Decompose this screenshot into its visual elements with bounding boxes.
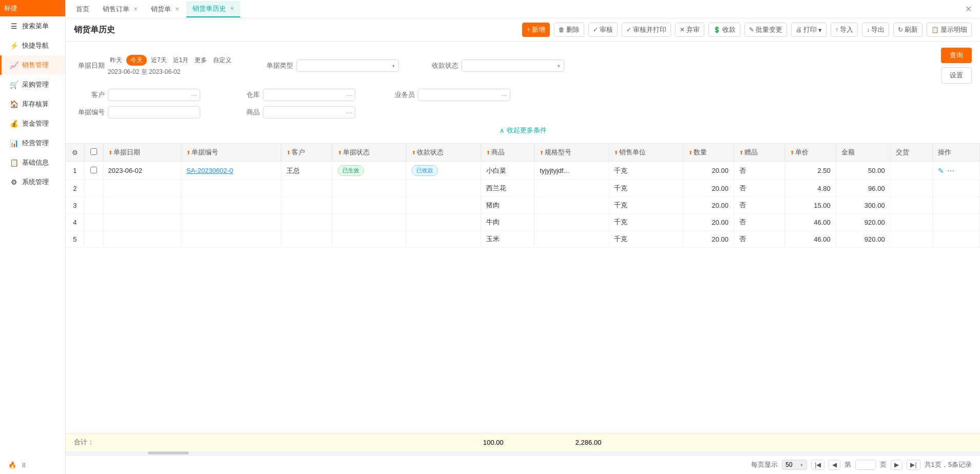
setting-button[interactable]: 设置 — [941, 67, 972, 84]
prev-page-btn[interactable]: ◀ — [829, 460, 840, 470]
sidebar-item-finance[interactable]: 💰 资金管理 — [0, 114, 65, 133]
audit-print-button[interactable]: ✓ 审核并打印 — [622, 23, 671, 37]
row-checkbox[interactable] — [90, 167, 97, 173]
salesperson-ellipsis-icon[interactable]: ··· — [501, 91, 507, 99]
more-action-btn[interactable]: ⋯ — [947, 167, 954, 175]
sidebar-label-sales-mgmt: 销售管理 — [22, 61, 49, 70]
tab-sales-history-close[interactable]: ✕ — [230, 6, 234, 11]
quick-btn-yesterday[interactable]: 昨天 — [108, 55, 124, 66]
docno-input[interactable] — [108, 106, 200, 118]
th-qty[interactable]: ⬆数量 — [683, 144, 734, 162]
tab-sales-goods-close[interactable]: ✕ — [175, 6, 179, 12]
sidebar-fire-icon[interactable]: 🔥 — [8, 461, 16, 469]
th-payment-status[interactable]: ⬆收款状态 — [407, 144, 481, 162]
cell-delivery — [890, 162, 932, 180]
import-button[interactable]: ↑ 导入 — [831, 23, 858, 37]
sort-icon-payment-status: ⬆ — [412, 150, 416, 155]
edit-action-btn[interactable]: ✎ — [938, 167, 944, 175]
th-spec[interactable]: ⬆规格型号 — [534, 144, 609, 162]
quick-btn-7days[interactable]: 近7天 — [149, 55, 169, 66]
sidebar-item-sys-mgmt[interactable]: ⚙ 系统管理 — [0, 172, 65, 192]
sidebar-item-operations[interactable]: 📊 经营管理 — [0, 133, 65, 153]
table-settings-icon[interactable]: ⚙ — [72, 149, 78, 156]
cell-goods: 西兰花 — [481, 180, 534, 197]
first-page-btn[interactable]: |◀ — [811, 460, 824, 470]
batch-change-button[interactable]: ✎ 批量变更 — [744, 23, 787, 37]
cell-checkbox[interactable] — [84, 197, 103, 214]
salesperson-input[interactable] — [418, 89, 510, 101]
tab-sales-goods[interactable]: 销货单 ✕ — [145, 2, 185, 17]
delete-button[interactable]: 🗑 删除 — [554, 23, 584, 37]
per-page-select[interactable]: 20 50 100 200 — [782, 460, 807, 470]
th-delivery: 交货 — [890, 144, 932, 162]
last-page-btn[interactable]: ▶| — [907, 460, 920, 470]
th-doc-no[interactable]: ⬆单据编号 — [181, 144, 281, 162]
table-row: 4牛肉千克20.00否46.00920.00 — [66, 214, 980, 231]
warehouse-input[interactable] — [263, 89, 355, 101]
quick-btn-custom[interactable]: 自定义 — [211, 55, 234, 66]
cell-checkbox[interactable] — [84, 180, 103, 197]
export-button[interactable]: ↓ 导出 — [862, 23, 889, 37]
cell-checkbox[interactable] — [84, 231, 103, 248]
date-label: 单据日期 — [74, 61, 105, 70]
th-doc-status[interactable]: ⬆单据状态 — [332, 144, 407, 162]
print-button[interactable]: 🖨 打印 ▾ — [791, 23, 827, 37]
horizontal-scrollbar[interactable] — [66, 451, 980, 455]
quick-btn-more[interactable]: 更多 — [193, 55, 209, 66]
query-button[interactable]: 查询 — [941, 48, 972, 63]
sidebar-item-basic-info[interactable]: 📋 基础信息 — [0, 153, 65, 172]
doc-type-select[interactable] — [296, 60, 399, 72]
sidebar-item-sales-mgmt[interactable]: 📈 销售管理 — [0, 55, 65, 75]
customer-ellipsis-icon[interactable]: ··· — [191, 91, 197, 99]
sidebar-item-quick-nav[interactable]: ⚡ 快捷导航 — [0, 36, 65, 55]
tab-sales-order-close[interactable]: ✕ — [133, 6, 138, 12]
sidebar-pause-icon[interactable]: ⏸ — [21, 461, 27, 469]
tab-sales-order[interactable]: 销售订单 ✕ — [97, 2, 144, 17]
refresh-button[interactable]: ↻ 刷新 — [893, 23, 923, 37]
cell-customer — [281, 214, 332, 231]
goods-ellipsis-icon[interactable]: ··· — [346, 108, 352, 116]
sidebar-item-inventory[interactable]: 🏠 库存核算 — [0, 94, 65, 114]
tab-home[interactable]: 首页 — [70, 2, 95, 17]
th-checkbox[interactable] — [84, 144, 103, 162]
quick-btn-today[interactable]: 今天 — [126, 55, 147, 66]
doc-no-link[interactable]: SA-20230602-0 — [186, 167, 233, 174]
sidebar-item-search-menu[interactable]: ☰ 搜索菜单 — [0, 16, 65, 36]
cell-gift: 否 — [734, 162, 785, 180]
cell-customer: 王总 — [281, 162, 332, 180]
audit-print-label: 审核并打印 — [633, 25, 666, 34]
cell-unit: 千克 — [609, 214, 683, 231]
next-page-btn[interactable]: ▶ — [891, 460, 902, 470]
scrollbar-thumb[interactable] — [148, 451, 189, 455]
th-goods[interactable]: ⬆商品 — [481, 144, 534, 162]
quick-btn-1month[interactable]: 近1月 — [171, 55, 191, 66]
goods-input[interactable] — [263, 106, 355, 118]
th-settings[interactable]: ⚙ — [66, 144, 84, 162]
th-customer[interactable]: ⬆客户 — [281, 144, 332, 162]
filter-row-2: 客户 ··· 仓库 ··· 业务员 ··· — [74, 89, 972, 101]
collapse-button[interactable]: ∧ 收起更多条件 — [74, 124, 972, 137]
th-date[interactable]: ⬆单据日期 — [103, 144, 181, 162]
cell-checkbox[interactable] — [84, 214, 103, 231]
select-all-checkbox[interactable] — [90, 148, 97, 155]
cell-doc-status — [332, 231, 407, 248]
cell-checkbox[interactable] — [84, 162, 103, 180]
new-button[interactable]: + 新增 — [522, 23, 550, 37]
abandon-button[interactable]: ✕ 弃审 — [675, 23, 704, 37]
col-date: 单据日期 — [113, 148, 140, 156]
audit-button[interactable]: ✓ 审核 — [588, 23, 618, 37]
page-number-input[interactable]: 1 — [855, 460, 876, 470]
customer-input[interactable] — [108, 89, 200, 101]
receive-button[interactable]: 💲 收款 — [708, 23, 740, 37]
th-gift[interactable]: ⬆赠品 — [734, 144, 785, 162]
tab-bar-close[interactable]: ✕ — [961, 4, 976, 14]
payment-status-select[interactable] — [462, 60, 564, 72]
sidebar-item-purchase-mgmt[interactable]: 🛒 采购管理 — [0, 75, 65, 94]
tab-sales-history[interactable]: 销货单历史 ✕ — [186, 1, 240, 17]
cell-action — [932, 214, 979, 231]
th-price[interactable]: ⬆单价 — [785, 144, 836, 162]
warehouse-ellipsis-icon[interactable]: ··· — [346, 91, 352, 99]
cell-spec: tyjyjtyjdf... — [534, 162, 609, 180]
show-detail-button[interactable]: 📋 显示明细 — [927, 23, 972, 37]
th-unit[interactable]: ⬆销售单位 — [609, 144, 683, 162]
